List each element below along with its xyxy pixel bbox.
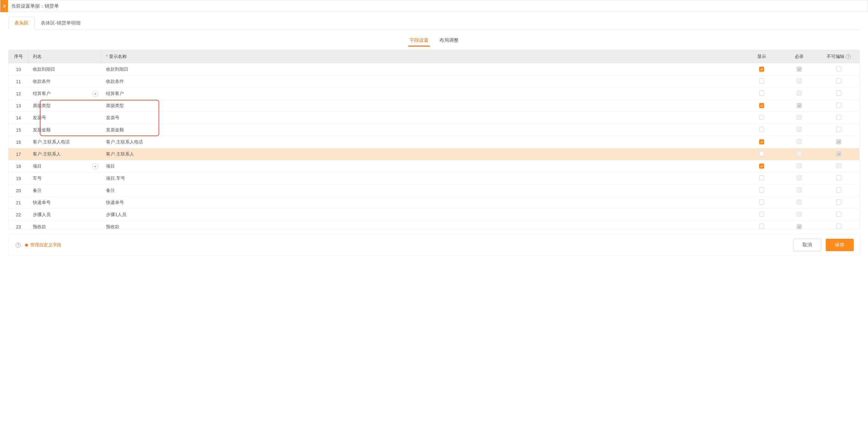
table-row[interactable]: 23 预收款 预收款 [9,221,859,229]
table-row[interactable]: 21 快递单号 快递单号 [9,197,859,209]
checkbox[interactable] [759,164,764,169]
tab-layout-adjust[interactable]: 布局调整 [438,35,460,47]
cell-display[interactable]: 备注 [101,188,743,194]
cell-show [743,67,780,72]
cell-display[interactable]: 项目.车号 [101,176,743,181]
cell-required [780,103,818,108]
help-icon[interactable]: ? [16,242,21,248]
table-row[interactable]: 15 发票金额 发票金额 [9,124,859,136]
checkbox[interactable] [759,224,764,229]
cell-readonly [818,200,859,206]
cell-readonly [818,115,859,121]
cell-name: 快递单号 [28,200,101,206]
table-row[interactable]: 18 项目+ 项目 [9,160,859,172]
checkbox [836,139,841,144]
cell-seq: 13 [9,103,28,108]
checkbox[interactable] [836,127,841,132]
cell-required [780,188,818,194]
checkbox[interactable] [836,224,841,229]
table-row[interactable]: 20 备注 备注 [9,184,859,197]
cell-display[interactable]: 客户.主联系人电话 [101,139,743,145]
table-row[interactable]: 12 结算客户+ 结算客户 [9,88,859,100]
checkbox[interactable] [759,115,764,120]
add-icon[interactable]: + [92,90,98,97]
cell-seq: 16 [9,140,28,145]
cell-name: 车号 [28,176,101,181]
cell-display[interactable]: 票据类型 [101,103,743,109]
col-header-required: 必录 [780,54,818,60]
cell-show [743,164,780,169]
cell-display[interactable]: 收款条件 [101,79,743,84]
save-button[interactable]: 保存 [826,239,854,251]
cell-required [780,90,818,96]
checkbox[interactable] [759,90,764,96]
checkbox[interactable] [759,200,764,205]
cell-readonly [818,188,859,194]
cell-readonly [818,139,859,145]
manage-custom-fields-link[interactable]: 管理自定义字段 [24,242,61,248]
cell-display[interactable]: 项目 [101,164,743,169]
table-row[interactable]: 16 客户.主联系人电话 客户.主联系人电话 [9,136,859,148]
cell-display[interactable]: 客户.主联系人 [101,151,743,157]
checkbox[interactable] [836,188,841,193]
checkbox[interactable] [759,139,764,144]
checkbox[interactable] [836,103,841,108]
tab-body-area[interactable]: 表体区-销货单明细 [35,17,87,29]
checkbox[interactable] [759,67,764,72]
table-row[interactable]: 19 车号 项目.车号 [9,172,859,184]
checkbox [797,188,802,193]
checkbox[interactable] [836,90,841,96]
table-header: 序号 列名 *显示名称 显示 必录 不可编辑? [9,50,859,63]
cell-seq: 10 [9,67,28,72]
checkbox[interactable] [836,211,841,217]
checkbox[interactable] [836,78,841,84]
cell-required [780,163,818,169]
table-row[interactable]: 13 票据类型 票据类型 [9,100,859,112]
checkbox[interactable] [759,211,764,217]
tab-header-area[interactable]: 表头区 [8,17,35,29]
cell-name: 备注 [28,188,101,194]
cell-display[interactable]: 发票金额 [101,127,743,133]
checkbox[interactable] [836,175,841,180]
checkbox[interactable] [759,151,764,156]
cell-display[interactable]: 结算客户 [101,91,743,96]
checkbox [797,175,802,180]
checkbox[interactable] [759,188,764,193]
checkbox[interactable] [759,127,764,132]
cell-show [743,200,780,206]
cell-display[interactable]: 快递单号 [101,200,743,206]
cell-seq: 14 [9,115,28,120]
cell-display[interactable]: 步骤1人员 [101,212,743,218]
checkbox[interactable] [836,66,841,72]
cell-display[interactable]: 收款到期日 [101,67,743,73]
tab-field-settings[interactable]: 字段设置 [408,35,430,47]
cell-display[interactable]: 预收款 [101,224,743,229]
table-row[interactable]: 17 客户.主联系人 客户.主联系人 [9,148,859,160]
cell-show [743,115,780,121]
collapse-toggle[interactable] [0,0,8,12]
main-tabs: 表头区 表体区-销货单明细 [8,17,860,30]
col-header-readonly: 不可编辑? [818,54,859,60]
cell-seq: 15 [9,127,28,133]
table-row[interactable]: 22 步骤人员 步骤1人员 [9,209,859,221]
col-header-show: 显示 [743,54,780,60]
checkbox[interactable] [836,200,841,205]
table-row[interactable]: 11 收款条件 收款条件 [9,76,859,88]
checkbox [797,103,802,108]
checkbox[interactable] [836,115,841,120]
cancel-button[interactable]: 取消 [793,239,821,251]
cell-seq: 18 [9,164,28,169]
checkbox [797,211,802,217]
cell-required [780,151,818,157]
add-icon[interactable]: + [92,163,98,170]
cell-display[interactable]: 发票号 [101,115,743,121]
checkbox[interactable] [759,103,764,108]
checkbox[interactable] [759,78,764,84]
cell-required [780,115,818,121]
page-title: 当前设置单据：销货单 [8,3,59,9]
table-row[interactable]: 14 发票号 发票号 [9,112,859,124]
table-row[interactable]: 10 收款到期日 收款到期日 [9,63,859,76]
checkbox[interactable] [759,175,764,180]
cell-show [743,90,780,96]
help-icon[interactable]: ? [846,54,851,59]
